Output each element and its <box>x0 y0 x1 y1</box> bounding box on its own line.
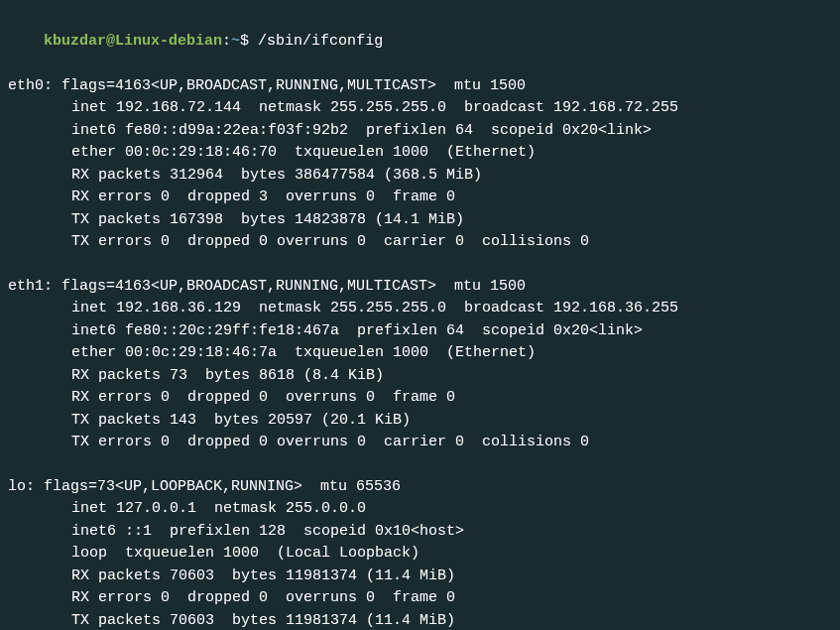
interface-line-ether: ether 00:0c:29:18:46:7a txqueuelen 1000 … <box>8 342 832 365</box>
interface-line-rx-packets: RX packets 70603 bytes 11981374 (11.4 Mi… <box>8 566 832 588</box>
interface-lo: lo: flags=73<UP,LOOPBACK,RUNNING> mtu 65… <box>8 476 832 631</box>
prompt-line: kbuzdar@Linux-debian:~$ /sbin/ifconfig <box>8 8 832 75</box>
prompt-user-host: kbuzdar@Linux-debian <box>44 33 222 50</box>
prompt-symbol: $ <box>240 33 249 50</box>
interface-line-tx-errors: TX errors 0 dropped 0 overruns 0 carrier… <box>8 231 832 254</box>
interface-eth1: eth1: flags=4163<UP,BROADCAST,RUNNING,MU… <box>8 276 832 454</box>
interface-line-tx-packets: TX packets 143 bytes 20597 (20.1 KiB) <box>8 410 832 433</box>
spacer <box>8 454 832 476</box>
interface-line-inet: inet 192.168.36.129 netmask 255.255.255.… <box>8 298 832 320</box>
prompt-separator: : <box>222 33 231 50</box>
interface-line-inet: inet 192.168.72.144 netmask 255.255.255.… <box>8 97 832 120</box>
interface-eth0: eth0: flags=4163<UP,BROADCAST,RUNNING,MU… <box>8 75 832 254</box>
interface-line-loop: loop txqueuelen 1000 (Local Loopback) <box>8 543 832 566</box>
interface-line-ether: ether 00:0c:29:18:46:70 txqueuelen 1000 … <box>8 142 832 165</box>
interface-line-rx-errors: RX errors 0 dropped 0 overruns 0 frame 0 <box>8 587 832 610</box>
interface-line-rx-packets: RX packets 312964 bytes 386477584 (368.5… <box>8 165 832 188</box>
spacer <box>8 254 832 276</box>
interface-header: eth1: flags=4163<UP,BROADCAST,RUNNING,MU… <box>8 276 832 299</box>
interface-line-tx-errors: TX errors 0 dropped 0 overruns 0 carrier… <box>8 432 832 454</box>
interface-line-rx-packets: RX packets 73 bytes 8618 (8.4 KiB) <box>8 365 832 388</box>
terminal[interactable]: kbuzdar@Linux-debian:~$ /sbin/ifconfig e… <box>8 8 832 630</box>
interface-line-inet6: inet6 ::1 prefixlen 128 scopeid 0x10<hos… <box>8 521 832 544</box>
interface-header: lo: flags=73<UP,LOOPBACK,RUNNING> mtu 65… <box>8 476 832 499</box>
interface-line-inet6: inet6 fe80::d99a:22ea:f03f:92b2 prefixle… <box>8 120 832 143</box>
interface-line-inet6: inet6 fe80::20c:29ff:fe18:467a prefixlen… <box>8 320 832 343</box>
interface-line-rx-errors: RX errors 0 dropped 0 overruns 0 frame 0 <box>8 387 832 410</box>
command-text: /sbin/ifconfig <box>258 33 383 50</box>
interface-line-tx-packets: TX packets 70603 bytes 11981374 (11.4 Mi… <box>8 610 832 631</box>
interface-line-inet: inet 127.0.0.1 netmask 255.0.0.0 <box>8 498 832 521</box>
interface-line-tx-packets: TX packets 167398 bytes 14823878 (14.1 M… <box>8 209 832 232</box>
prompt-path: ~ <box>231 33 240 50</box>
interface-line-rx-errors: RX errors 0 dropped 3 overruns 0 frame 0 <box>8 187 832 209</box>
interface-header: eth0: flags=4163<UP,BROADCAST,RUNNING,MU… <box>8 75 832 98</box>
